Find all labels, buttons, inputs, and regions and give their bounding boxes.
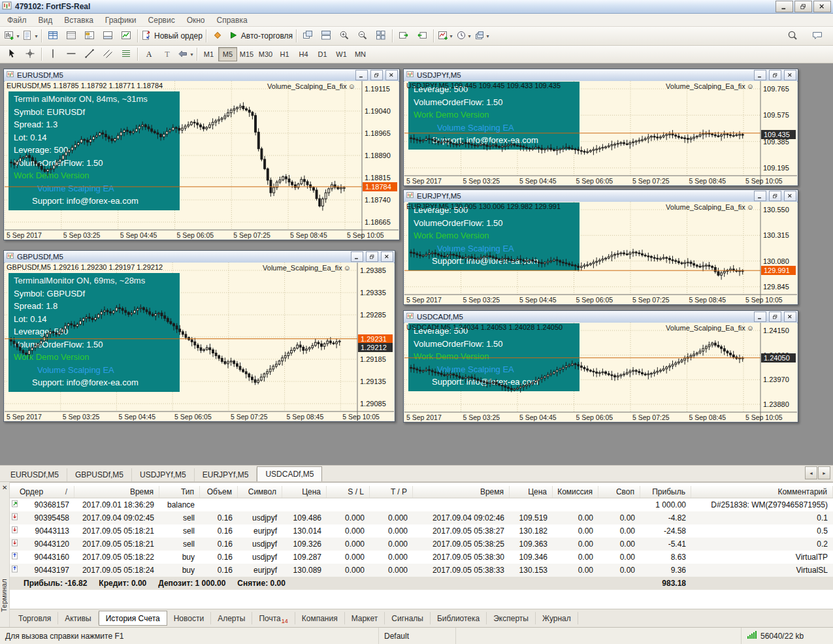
chart-plot-area-gbpusdf[interactable]: TerminalMonitor ON, 69ms, ~28msSymbol: G… xyxy=(5,263,394,421)
terminal-tab-активы[interactable]: Активы xyxy=(58,612,99,624)
chart-restore-button[interactable] xyxy=(769,191,781,201)
chart-minimize-button[interactable] xyxy=(351,251,363,262)
vertical-line-button[interactable] xyxy=(44,47,62,61)
time-scale-label[interactable]: 5 Sep 08:45 xyxy=(290,231,327,239)
terminal-close-icon[interactable]: ✕ xyxy=(2,485,7,491)
menu-item-2[interactable]: Вид xyxy=(33,14,59,27)
chart-restore-button[interactable] xyxy=(370,70,383,80)
terminal-tab-история-счета[interactable]: История Счета xyxy=(99,611,167,626)
column-header-8[interactable]: T / P xyxy=(370,486,413,498)
timeframe-h1-button[interactable]: H1 xyxy=(275,47,294,61)
column-header-13[interactable]: Прибыль xyxy=(640,486,691,498)
minimize-button[interactable] xyxy=(776,1,793,12)
column-header-4[interactable]: Объем xyxy=(200,486,238,498)
price-scale-label[interactable]: 1.29285 xyxy=(360,311,386,319)
chart-tab-eurjpyf[interactable]: EURJPYf,M5 xyxy=(195,468,257,481)
terminal-tab-почта[interactable]: Почта14 xyxy=(252,612,295,624)
community-chat-button[interactable] xyxy=(808,29,826,43)
chart-plot-area-eurjpyf[interactable]: Leverage: 500VolumeOrderFlow: 1.50Work D… xyxy=(404,202,797,304)
price-scale-label[interactable]: 1.29085 xyxy=(360,400,386,408)
history-row-90443113[interactable]: 904431132017.09.05 05:18:21sell0.16eurjp… xyxy=(9,524,833,538)
new-order-button[interactable]: Новый ордер xyxy=(140,29,204,43)
time-scale-label[interactable]: 5 Sep 2017 xyxy=(406,413,442,421)
time-scale-label[interactable]: 5 Sep 06:05 xyxy=(174,413,212,421)
timeframe-m1-button[interactable]: M1 xyxy=(199,47,218,61)
terminal-side-tab[interactable]: Терминал xyxy=(0,564,9,627)
time-scale-label[interactable]: 5 Sep 2017 xyxy=(406,296,442,304)
time-scale-label[interactable]: 5 Sep 08:45 xyxy=(689,296,727,304)
autotrade-button[interactable]: Авто-торговля xyxy=(227,29,294,43)
chart-shift-button[interactable] xyxy=(413,29,431,43)
price-scale-label[interactable]: 1.18815 xyxy=(365,174,391,182)
column-header-1[interactable]: Ордер/ xyxy=(9,486,74,498)
cascade-windows-button[interactable] xyxy=(299,29,317,43)
navigator-button[interactable] xyxy=(80,29,99,43)
terminal-tab-маркет[interactable]: Маркет xyxy=(345,612,385,624)
chart-plot-area-usdcadf[interactable]: Leverage: 500VolumeOrderFlow: 1.50Work D… xyxy=(404,323,797,421)
menu-item-4[interactable]: Графики xyxy=(99,14,142,27)
indicators-button[interactable]: ▾ xyxy=(436,29,454,43)
column-header-9[interactable]: Время xyxy=(413,486,510,498)
zoom-out-button[interactable] xyxy=(353,29,372,43)
column-header-6[interactable]: Цена xyxy=(282,486,327,498)
chart-close-button[interactable] xyxy=(381,251,393,262)
column-header-14[interactable]: Комментарий xyxy=(691,486,833,498)
chart-minimize-button[interactable] xyxy=(754,70,766,80)
chevron-down-icon[interactable]: ▾ xyxy=(190,52,193,57)
menu-item-6[interactable]: Окно xyxy=(181,14,211,27)
chart-restore-button[interactable] xyxy=(769,70,781,80)
price-scale-label[interactable]: 130.315 xyxy=(763,231,789,239)
price-scale-label[interactable]: 130.080 xyxy=(763,257,789,265)
text-label-button[interactable]: T xyxy=(158,47,176,61)
time-scale-label[interactable]: 5 Sep 2017 xyxy=(7,413,42,421)
price-scale-label[interactable]: 1.24150 xyxy=(763,327,789,334)
tab-scroll-right-icon[interactable]: ► xyxy=(818,466,830,479)
column-header-10[interactable]: Цена xyxy=(510,486,553,498)
terminal-tab-сигналы[interactable]: Сигналы xyxy=(385,612,431,624)
cursor-button[interactable] xyxy=(3,47,21,61)
price-scale-label[interactable]: 1.29135 xyxy=(360,378,386,385)
time-scale-label[interactable]: 5 Sep 04:45 xyxy=(120,231,157,239)
time-scale-label[interactable]: 5 Sep 06:05 xyxy=(576,296,613,304)
terminal-tab-алерты[interactable]: Алерты xyxy=(211,612,252,624)
menu-item-5[interactable]: Сервис xyxy=(142,14,181,27)
price-scale-label[interactable]: 1.18665 xyxy=(365,218,391,226)
price-scale-label[interactable]: 1.18965 xyxy=(365,129,391,137)
time-scale-label[interactable]: 5 Sep 08:45 xyxy=(287,413,324,421)
column-header-11[interactable]: Комиссия xyxy=(553,486,598,498)
price-scale-label[interactable]: 1.18890 xyxy=(365,152,391,159)
time-scale-label[interactable]: 5 Sep 08:45 xyxy=(689,177,727,185)
timeframe-w1-button[interactable]: W1 xyxy=(332,47,351,61)
time-scale-label[interactable]: 5 Sep 06:05 xyxy=(576,413,613,421)
terminal-tab-журнал[interactable]: Журнал xyxy=(536,612,578,624)
terminal-button[interactable] xyxy=(99,29,117,43)
history-row-90443197[interactable]: 904431972017.09.05 05:18:24buy0.16eurjpy… xyxy=(9,564,833,577)
time-scale-label[interactable]: 5 Sep 04:45 xyxy=(118,413,155,421)
restore-button[interactable] xyxy=(794,1,812,12)
chart-restore-button[interactable] xyxy=(366,251,378,262)
chart-tab-usdcadf[interactable]: USDCADf,M5 xyxy=(257,466,322,481)
time-scale-label[interactable]: 5 Sep 03:25 xyxy=(463,177,500,185)
periods-button[interactable]: ▾ xyxy=(454,29,472,43)
time-scale-label[interactable]: 5 Sep 07:25 xyxy=(231,413,268,421)
chart-restore-button[interactable] xyxy=(769,312,781,322)
chevron-down-icon[interactable]: ▾ xyxy=(468,33,471,39)
menu-item-7[interactable]: Справка xyxy=(211,14,253,27)
column-header-2[interactable]: Время xyxy=(74,486,159,498)
chart-close-button[interactable] xyxy=(784,70,796,80)
search-button[interactable] xyxy=(783,29,802,43)
chart-titlebar-eurusdf[interactable]: EURUSDf,M5 xyxy=(4,69,399,82)
chevron-down-icon[interactable]: ▾ xyxy=(35,33,37,39)
fibonacci-retracement-button[interactable] xyxy=(117,47,135,61)
time-scale-label[interactable]: 5 Sep 07:25 xyxy=(233,231,270,239)
time-scale-label[interactable]: 5 Sep 04:45 xyxy=(519,296,557,304)
history-row-90395458[interactable]: 903954582017.09.04 09:02:45sell0.16usdjp… xyxy=(9,511,833,524)
price-scale-label[interactable]: 1.29335 xyxy=(360,289,386,297)
expert-advisors-button[interactable] xyxy=(208,29,227,43)
timeframe-m30-button[interactable]: M30 xyxy=(256,47,275,61)
chart-plot-area-eurusdf[interactable]: Termin alMonitor ON, 84ms, ~31msSymbol: … xyxy=(5,81,399,239)
price-scale-label[interactable]: 130.550 xyxy=(763,206,789,214)
chart-tab-eurusdf[interactable]: EURUSDf,M5 xyxy=(3,468,67,481)
timeframe-m5-button[interactable]: M5 xyxy=(218,47,237,61)
price-scale-label[interactable]: 1.29385 xyxy=(360,266,386,274)
